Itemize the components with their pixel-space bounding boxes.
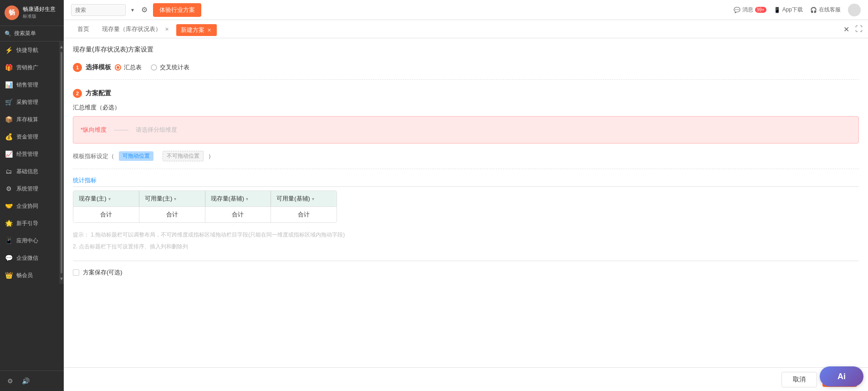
stats-cell-1-3: 合计 [205,206,271,222]
step1-divider [73,79,859,80]
step2-divider [73,169,859,169]
content-inner: 现存量(库存状况表)方案设置 1 选择模板 汇总表 [64,38,868,367]
stats-body: 合计 合计 合计 合计 [73,206,337,222]
window-controls: ✕ ⛶ [841,24,864,35]
dim-required-text: *纵向维度 [81,126,107,134]
fixed-badge: 不可拖动位置 [163,151,204,161]
step2-section: 2 方案配置 汇总维度（必选） *纵向维度 —— 请选择分组维度 模板指标设定（… [73,89,859,277]
sidebar-item-label: 销售管理 [16,81,38,89]
radio-summary-circle [115,64,121,71]
search-icon: 🔍 [5,31,11,37]
enterprise-icon: 🤝 [5,202,13,210]
sidebar: 畅 畅康通好生意 标准版 🔍 搜索菜单 ⚡ 快捷导航 🎁 营销推广 📊 销售管理 [0,0,64,391]
stats-col-avail-main[interactable]: 可用量(主) ▾ [139,191,205,206]
step2-number: 2 [73,89,82,98]
col-dropdown-arrow-2[interactable]: ▾ [174,196,176,201]
tab-home[interactable]: 首页 [71,21,96,38]
app-name: 畅康通好生意 [23,6,56,13]
app-edition: 标准版 [23,13,56,20]
sidebar-item-system[interactable]: ⚙ 系统管理 [0,180,59,197]
tip-2: 2. 点击标题栏下拉可设置排序、插入列和删除列 [73,242,859,252]
message-icon: 💬 [734,7,740,13]
sidebar-item-vip[interactable]: 👑 畅会员 [0,267,59,284]
col-dropdown-arrow-1[interactable]: ▾ [108,196,111,201]
indicator-suffix: ） [208,152,214,160]
col-dropdown-arrow-3[interactable]: ▾ [246,196,248,201]
ai-float-button[interactable]: Ai [820,366,863,386]
sidebar-item-enterprise[interactable]: 🤝 企业协同 [0,197,59,215]
step1-number: 1 [73,63,82,72]
summary-dim-label: 汇总维度（必选） [73,103,859,112]
sidebar-item-wechat[interactable]: 💬 企业微信 [0,249,59,267]
sidebar-item-label: 库存核算 [16,116,38,123]
search-label: 搜索菜单 [14,30,36,37]
sidebar-item-basic[interactable]: 🗂 基础信息 [0,163,59,180]
expand-window-button[interactable]: ⛶ [853,24,864,35]
stats-col-stock-aux[interactable]: 现存量(基辅) ▾ [205,191,271,206]
quick-nav-icon: ⚡ [5,46,13,54]
sidebar-item-label: 系统管理 [16,185,38,193]
app-download-button[interactable]: 📱 App下载 [774,6,803,14]
topbar-gear-icon[interactable]: ⚙ [139,4,149,16]
user-avatar-button[interactable] [848,4,861,16]
user-avatar [848,4,861,16]
sidebar-item-label: 经营管理 [16,150,38,158]
topbar: ▾ ⚙ 体验行业方案 💬 消息 99+ 📱 App下载 🎧 在线客服 [64,0,868,20]
volume-bottom-icon[interactable]: 🔊 [20,376,31,386]
messages-label: 消息 [742,6,753,14]
indicator-label: 模板指标设定（ [73,152,114,160]
sidebar-search[interactable]: 🔍 搜索菜单 [0,26,64,41]
sidebar-item-label: 采购管理 [16,98,38,106]
close-window-button[interactable]: ✕ [841,24,852,35]
sidebar-item-newbie[interactable]: 🌟 新手引导 [0,215,59,232]
tab-new-plan-close[interactable]: ✕ [206,27,212,33]
topbar-left: ▾ ⚙ 体验行业方案 [71,3,729,17]
sidebar-item-operations[interactable]: 📈 经营管理 [0,145,59,163]
tab-new-plan[interactable]: 新建方案 ✕ [176,24,217,36]
sales-icon: 📊 [5,81,13,89]
radio-cross-circle [151,64,157,71]
cancel-button[interactable]: 取消 [781,372,817,387]
page-title: 现存量(库存状况表)方案设置 [73,46,859,54]
sidebar-item-quick-nav[interactable]: ⚡ 快捷导航 [0,41,59,59]
sidebar-item-finance[interactable]: 💰 资金管理 [0,128,59,145]
stats-row-1: 合计 合计 合计 合计 [73,206,337,222]
save-plan-checkbox[interactable] [73,269,79,276]
save-plan-label: 方案保存(可选) [83,268,123,277]
topbar-dropdown-arrow[interactable]: ▾ [129,5,136,15]
purchase-icon: 🛒 [5,98,13,106]
stats-col-avail-aux[interactable]: 可用量(基辅) ▾ [271,191,337,206]
tab-inventory-close[interactable]: ✕ [164,26,170,32]
sidebar-item-apps[interactable]: 📱 应用中心 [0,232,59,249]
sidebar-item-sales[interactable]: 📊 销售管理 [0,76,59,93]
col-dropdown-arrow-4[interactable]: ▾ [312,196,314,201]
operations-icon: 📈 [5,150,13,158]
stats-cell-1-2: 合计 [139,206,205,222]
online-service-button[interactable]: 🎧 在线客服 [810,6,841,14]
sidebar-item-inventory[interactable]: 📦 库存核算 [0,111,59,128]
sidebar-item-label: 畅会员 [16,272,33,279]
sidebar-item-marketing[interactable]: 🎁 营销推广 [0,59,59,76]
settings-bottom-icon[interactable]: ⚙ [5,376,15,386]
sidebar-item-label: 营销推广 [16,64,38,72]
apps-icon: 📱 [5,237,13,245]
ai-float-label: Ai [837,372,846,381]
movable-badge: 可拖动位置 [119,151,153,161]
radio-cross-label: 交叉统计表 [160,63,189,72]
sidebar-item-purchase[interactable]: 🛒 采购管理 [0,93,59,111]
stats-col-stock-main-label: 现存量(主) [79,195,107,203]
trial-button[interactable]: 体验行业方案 [153,3,201,17]
vip-icon: 👑 [5,271,13,279]
stats-col-stock-main[interactable]: 现存量(主) ▾ [73,191,139,206]
stats-col-avail-aux-label: 可用量(基辅) [276,195,310,203]
topbar-search-input[interactable] [71,4,126,16]
topbar-right: 💬 消息 99+ 📱 App下载 🎧 在线客服 [734,4,861,16]
radio-summary[interactable]: 汇总表 [115,63,142,72]
sidebar-item-label: 企业协同 [16,202,38,210]
template-radio-group: 汇总表 交叉统计表 [115,63,189,72]
messages-button[interactable]: 💬 消息 99+ [734,6,766,14]
dim-placeholder[interactable]: 请选择分组维度 [136,126,177,134]
tab-inventory-status[interactable]: 现存量（库存状况表） ✕ [96,21,176,38]
radio-cross[interactable]: 交叉统计表 [151,63,189,72]
tab-home-label: 首页 [77,25,89,33]
